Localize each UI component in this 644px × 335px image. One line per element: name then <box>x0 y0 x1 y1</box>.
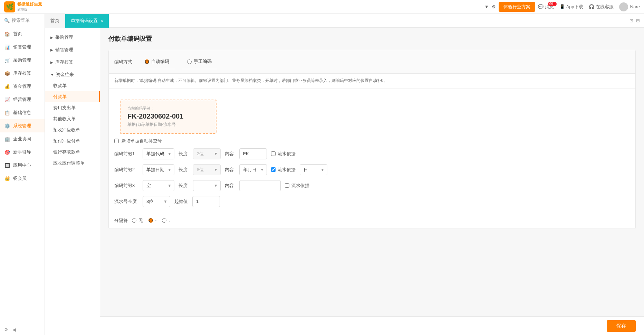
purchase-icon: 🛒 <box>4 57 10 63</box>
message-button[interactable]: 💬 消息 99+ <box>538 4 554 10</box>
encoding-method-row: 编码方式 自动编码 手工编码 <box>109 50 635 74</box>
tab-minimize-icon[interactable]: ⊡ <box>629 18 633 23</box>
info-notice: 新增单据时，'单据编码'自动生成，不可编辑。前缀设置为部门、业务员等档案类，开单… <box>109 74 635 89</box>
auto-encoding-radio[interactable]: 自动编码 <box>139 54 175 69</box>
sidebar: 🔍 搜索菜单 🏠 首页 📊 销售管理 🛒 采购管理 📦 库存核算 💰 资金管理 … <box>0 14 45 335</box>
logo: 🌿 畅捷通好生意 旗舰版 <box>4 1 42 12</box>
system-icon: ⚙️ <box>4 123 10 129</box>
sidebar-item-basic[interactable]: 📋 基础信息 <box>0 106 45 119</box>
top-right: 💬 消息 99+ 📱 App下载 🎧 在线客服 Nare <box>538 2 640 11</box>
tab-home[interactable]: 首页 <box>45 14 65 28</box>
top-nav: ▼ ⚙ 体验行业方案 <box>484 2 535 12</box>
user-info[interactable]: Nare <box>619 2 640 11</box>
tab-bar: 首页 单据编码设置 × ⊡ ⊞ <box>45 14 644 28</box>
logo-text: 畅捷通好生意 旗舰版 <box>17 1 42 12</box>
sidebar-item-apps[interactable]: 🔲 应用中心 <box>0 159 45 172</box>
sidebar-item-operations[interactable]: 📈 经营管理 <box>0 93 45 106</box>
trial-button[interactable]: 体验行业方案 <box>499 2 535 12</box>
subnav-header-sales[interactable]: ▶ 销售管理 <box>45 44 100 55</box>
prefix-row-1: 编码前缀1 单据代码 部门 业务员 仓库 空 ▼ <box>114 148 630 159</box>
search-menu[interactable]: 🔍 搜索菜单 <box>0 14 45 27</box>
length2-select[interactable]: 8位 6位 4位 <box>193 164 221 175</box>
settings-bottom-icon[interactable]: ⚙ <box>4 327 8 332</box>
subnav-item-receipt[interactable]: 收款单 <box>45 80 100 91</box>
prefix1-select-wrapper: 单据代码 部门 业务员 仓库 空 ▼ <box>143 148 174 159</box>
content2-select[interactable]: 年月日 年月 年 <box>239 164 267 175</box>
sidebar-item-sales[interactable]: 📊 销售管理 <box>0 40 45 54</box>
sidebar-item-purchase[interactable]: 🛒 采购管理 <box>0 54 45 67</box>
online-service-button[interactable]: 🎧 在线客服 <box>589 4 614 10</box>
auto-fill-checkbox[interactable] <box>114 139 119 143</box>
sidebar-bottom: ⚙ ◀ <box>0 324 45 335</box>
separator-row: 分隔符 无 - <box>109 217 635 229</box>
content1-display: FK <box>239 148 267 159</box>
subnav-item-ar-ap[interactable]: 应收应付调整单 <box>45 158 100 169</box>
sidebar-item-membership[interactable]: 👑 畅会员 <box>0 172 45 185</box>
sep-none-radio[interactable]: 无 <box>132 217 143 224</box>
sidebar-item-enterprise[interactable]: 🏢 企业协同 <box>0 132 45 146</box>
top-bar: 🌿 畅捷通好生意 旗舰版 ▼ ⚙ 体验行业方案 💬 消息 99+ 📱 App下载… <box>0 0 644 14</box>
subnav-item-prepay-receive[interactable]: 预收冲应收单 <box>45 124 100 136</box>
length3-select[interactable] <box>193 180 221 191</box>
sidebar-item-system[interactable]: ⚙️ 系统管理 <box>0 119 45 132</box>
content2-select-wrapper: 年月日 年月 年 ▼ <box>239 164 267 175</box>
search-icon: 🔍 <box>4 18 10 23</box>
chevron-right-icon: ▶ <box>50 48 53 52</box>
nav-dropdown[interactable]: ▼ <box>484 4 489 9</box>
finance-icon: 💰 <box>4 83 10 90</box>
sidebar-item-finance[interactable]: 💰 资金管理 <box>0 80 45 93</box>
subnav-item-bank-deposit[interactable]: 银行存取款单 <box>45 147 100 158</box>
inventory-icon: 📦 <box>4 70 10 76</box>
code-preview-container: 当前编码示例： FK-20230602-001 单据代码-单据日期-流水号 <box>109 89 635 134</box>
chevron-down-icon: ▼ <box>50 73 54 77</box>
content3-display <box>239 180 281 191</box>
serial-unit-select[interactable]: 日 月 年 <box>300 164 327 175</box>
settings-icon[interactable]: ⚙ <box>492 4 496 9</box>
tab-expand-icon[interactable]: ⊞ <box>636 18 640 23</box>
sidebar-item-home[interactable]: 🏠 首页 <box>0 27 45 40</box>
subnav-header-funds[interactable]: ▼ 资金往来 <box>45 69 100 80</box>
sep-dash-radio[interactable]: - <box>148 218 156 223</box>
prefix3-select-wrapper: 空 单据代码 部门 业务员 仓库 ▼ <box>143 180 174 191</box>
start-value-input[interactable] <box>192 196 220 207</box>
length1-select-wrapper: 2位 ▼ <box>193 148 221 159</box>
auto-fill-row: 新增单据自动补空号 <box>109 134 635 148</box>
settings-card: 编码方式 自动编码 手工编码 新增单据时，'单据编码'自动生成，不可编 <box>108 50 636 229</box>
collapse-icon[interactable]: ◀ <box>12 327 16 332</box>
subnav-item-expense[interactable]: 费用支出单 <box>45 102 100 113</box>
sidebar-item-inventory[interactable]: 📦 库存核算 <box>0 67 45 80</box>
subnav-item-income[interactable]: 其他收入单 <box>45 113 100 124</box>
length1-select[interactable]: 2位 <box>193 148 221 159</box>
bottom-bar: 保存 <box>100 316 644 335</box>
prefix1-select[interactable]: 单据代码 部门 业务员 仓库 空 <box>143 148 174 159</box>
tab-close-icon[interactable]: × <box>100 18 103 24</box>
app-download-button[interactable]: 📱 App下载 <box>559 4 583 10</box>
home-icon: 🏠 <box>4 31 10 37</box>
subnav-item-prepay-pay[interactable]: 预付冲应付单 <box>45 136 100 147</box>
sep-dot-radio[interactable]: . <box>162 218 170 223</box>
manual-encoding-radio[interactable]: 手工编码 <box>182 54 217 69</box>
tab-encoding[interactable]: 单据编码设置 × <box>65 14 109 28</box>
membership-icon: 👑 <box>4 175 10 182</box>
prefix2-select[interactable]: 单据日期 部门 业务员 仓库 空 <box>143 164 174 175</box>
prefix3-select[interactable]: 空 单据代码 部门 业务员 仓库 <box>143 180 174 191</box>
save-button[interactable]: 保存 <box>607 320 636 332</box>
serial-checkbox-1[interactable]: 流水依据 <box>271 151 296 157</box>
prefix-row-3: 编码前缀3 空 单据代码 部门 业务员 仓库 ▼ <box>114 180 630 191</box>
serial-checkbox-3[interactable]: 流水依据 <box>285 183 309 189</box>
subnav-group-purchase: ▶ 采购管理 <box>45 32 100 43</box>
logo-icon: 🌿 <box>4 1 15 12</box>
subnav-header-inventory[interactable]: ▶ 库存核算 <box>45 57 100 68</box>
prefix2-select-wrapper: 单据日期 部门 业务员 仓库 空 ▼ <box>143 164 174 175</box>
serial-length-select[interactable]: 3位 4位 5位 6位 <box>143 196 170 207</box>
serial-checkbox-2[interactable]: 流水依据 <box>271 167 296 173</box>
serial-length-select-wrapper: 3位 4位 5位 6位 ▼ <box>143 196 170 207</box>
sidebar-item-guide[interactable]: 🎯 新手引导 <box>0 146 45 159</box>
prefix-row-2: 编码前缀2 单据日期 部门 业务员 仓库 空 ▼ <box>114 164 630 175</box>
page-title: 付款单编码设置 <box>108 35 636 43</box>
subnav-header-purchase[interactable]: ▶ 采购管理 <box>45 32 100 43</box>
subnav-item-payment[interactable]: 付款单 <box>45 91 100 102</box>
sales-icon: 📊 <box>4 44 10 50</box>
serial-number-row: 流水号长度 3位 4位 5位 6位 ▼ <box>114 196 630 207</box>
subnav-group-sales: ▶ 销售管理 <box>45 44 100 55</box>
